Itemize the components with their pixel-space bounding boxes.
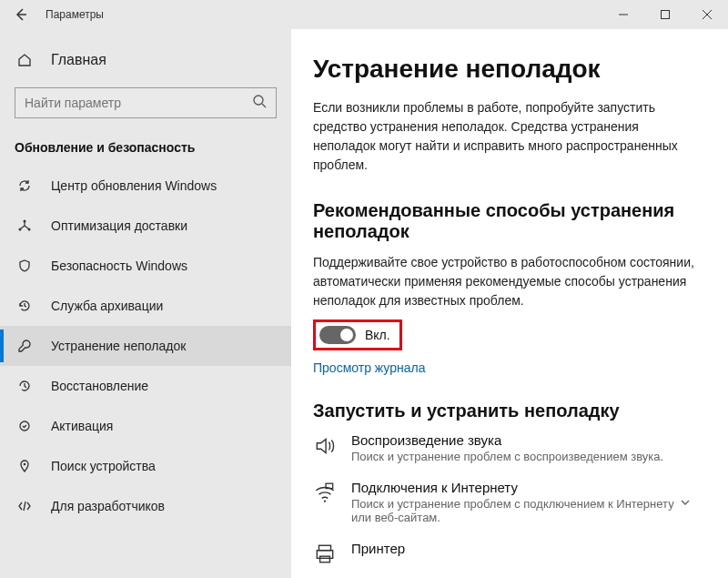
nav-item-backup[interactable]: Служба архивации: [0, 286, 291, 326]
search-box[interactable]: [15, 87, 277, 118]
troubleshooter-item-printer[interactable]: Принтер: [313, 541, 699, 566]
close-button[interactable]: [686, 0, 728, 29]
nav-item-developers[interactable]: Для разработчиков: [0, 486, 291, 526]
nav-item-windows-security[interactable]: Безопасность Windows: [0, 246, 291, 286]
maximize-icon: [661, 10, 670, 19]
recommended-desc: Поддерживайте свое устройство в работосп…: [313, 253, 699, 310]
sidebar: Главная Обновление и безопасность Центр …: [0, 29, 291, 578]
printer-icon: [313, 541, 351, 566]
titlebar: Параметры: [0, 0, 728, 29]
highlight-box: Вкл.: [313, 319, 402, 350]
close-icon: [703, 10, 712, 19]
page-title: Устранение неполадок: [313, 55, 699, 84]
nav-label: Восстановление: [51, 379, 148, 393]
toggle-label: Вкл.: [365, 328, 390, 342]
chevron-down-icon: [679, 480, 699, 524]
sync-icon: [15, 178, 35, 193]
minimize-button[interactable]: [602, 0, 644, 29]
svg-point-5: [20, 421, 29, 431]
home-label: Главная: [51, 52, 106, 68]
search-icon: [252, 94, 267, 112]
svg-point-7: [324, 501, 326, 502]
svg-rect-9: [319, 545, 331, 550]
location-icon: [15, 459, 35, 473]
shield-icon: [15, 259, 35, 273]
nav-item-recovery[interactable]: Восстановление: [0, 366, 291, 406]
nav-label: Для разработчиков: [51, 499, 165, 513]
toggle-knob: [340, 329, 353, 341]
svg-rect-11: [320, 556, 330, 563]
main-content: Устранение неполадок Если возникли пробл…: [291, 29, 728, 578]
nav-label: Центр обновления Windows: [51, 178, 217, 193]
svg-point-6: [24, 463, 26, 466]
nav-label: Устранение неполадок: [51, 339, 186, 353]
key-icon: [15, 419, 35, 433]
troubleshooter-desc: Поиск и устранение проблем с воспроизвед…: [351, 450, 699, 463]
troubleshooter-desc: Поиск и устранение проблем с подключение…: [351, 497, 679, 524]
svg-point-1: [254, 96, 263, 105]
code-icon: [15, 499, 35, 513]
nav-label: Поиск устройства: [51, 459, 156, 473]
window-title: Параметры: [42, 8, 104, 21]
history-icon: [15, 299, 35, 313]
minimize-icon: [619, 10, 628, 19]
search-input[interactable]: [25, 96, 252, 110]
troubleshooter-title: Принтер: [351, 541, 699, 556]
nav-item-find-device[interactable]: Поиск устройства: [0, 446, 291, 486]
section-label: Обновление и безопасность: [0, 118, 291, 166]
nav-label: Служба архивации: [51, 299, 163, 313]
nav-item-activation[interactable]: Активация: [0, 406, 291, 446]
arrow-left-icon: [14, 7, 28, 22]
troubleshooter-item-audio[interactable]: Воспроизведение звука Поиск и устранение…: [313, 432, 699, 463]
back-button[interactable]: [0, 0, 42, 29]
home-icon: [15, 53, 35, 67]
nav-item-delivery-optimization[interactable]: Оптимизация доставки: [0, 206, 291, 246]
troubleshooter-title: Воспроизведение звука: [351, 432, 699, 448]
network-icon: [15, 218, 35, 233]
nav-label: Безопасность Windows: [51, 259, 187, 273]
maximize-button[interactable]: [644, 0, 686, 29]
svg-rect-0: [662, 11, 670, 19]
nav-label: Активация: [51, 419, 113, 433]
nav-list: Центр обновления Windows Оптимизация дос…: [0, 166, 291, 526]
troubleshooter-title: Подключения к Интернету: [351, 480, 679, 495]
wifi-icon: [313, 480, 351, 524]
nav-item-troubleshoot[interactable]: Устранение неполадок: [0, 326, 291, 366]
nav-label: Оптимизация доставки: [51, 218, 187, 233]
speaker-icon: [313, 432, 351, 463]
intro-text: Если возникли проблемы в работе, попробу…: [313, 98, 699, 175]
recommended-toggle[interactable]: [319, 326, 356, 344]
home-nav[interactable]: Главная: [0, 42, 291, 78]
view-history-link[interactable]: Просмотр журнала: [313, 360, 425, 375]
recovery-icon: [15, 379, 35, 393]
nav-item-windows-update[interactable]: Центр обновления Windows: [0, 166, 291, 206]
troubleshooter-item-internet[interactable]: Подключения к Интернету Поиск и устранен…: [313, 480, 699, 524]
recommended-heading: Рекомендованные способы устранения непол…: [313, 200, 699, 242]
wrench-icon: [15, 339, 35, 353]
run-heading: Запустить и устранить неполадку: [313, 401, 699, 421]
